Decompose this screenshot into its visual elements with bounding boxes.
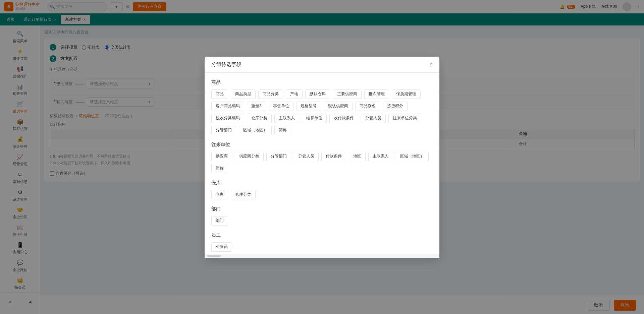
field-tag-tags-product-18[interactable]: 结算单位 [302,114,327,123]
modal-close-btn[interactable]: × [429,61,433,67]
field-tag-tags-product-22[interactable]: 分管部门 [211,126,236,135]
field-tag-tags-product-0[interactable]: 商品 [211,89,228,99]
field-tag-tags-product-17[interactable]: 主联系人 [274,114,299,123]
field-tag-tags-partner-4[interactable]: 付款条件 [321,152,346,161]
field-group-department: 部门 部门 [211,206,433,226]
field-tag-tags-product-6[interactable]: 批次管理 [364,89,389,99]
field-group-employee-title: 员工 [211,232,433,238]
field-tag-tags-product-24[interactable]: 简称 [274,126,291,135]
field-group-department-title: 部门 [211,206,433,212]
field-group-product-title: 商品 [211,79,433,85]
hscroll-thumb [207,255,221,257]
field-tag-tags-product-20[interactable]: 分管人员 [361,114,386,123]
field-tag-tags-partner-8[interactable]: 简称 [211,164,228,173]
field-tag-tags-employee-0[interactable]: 业务员 [211,242,232,252]
field-group-warehouse-title: 仓库 [211,180,433,186]
modal-horizontal-scrollbar[interactable] [205,254,439,258]
field-group-partner: 往来单位 供应商供应商分类分管部门分管人员付款条件地区主联系人区域（地区）简称 [211,142,433,173]
modal-header: 分组待选字段 × [205,57,439,73]
field-tag-tags-product-19[interactable]: 收付款条件 [329,114,358,123]
field-tags-warehouse: 仓库仓库分类 [211,190,433,199]
modal-overlay: 分组待选字段 × 商品 商品商品类型商品分类产地默认仓库主要供应商批次管理保质期… [0,0,644,314]
field-tag-tags-product-15[interactable]: 税收分类编码 [211,114,244,123]
field-tag-tags-partner-5[interactable]: 地区 [349,152,366,161]
field-tag-tags-partner-2[interactable]: 分管部门 [266,152,291,161]
modal-title: 分组待选字段 [211,61,241,68]
field-tag-tags-product-21[interactable]: 往来单位分类 [388,114,421,123]
field-tag-tags-product-2[interactable]: 商品分类 [258,89,283,99]
field-tag-tags-product-5[interactable]: 主要供应商 [333,89,362,99]
field-tag-tags-product-4[interactable]: 默认仓库 [305,89,330,99]
field-tag-tags-partner-3[interactable]: 分管人员 [294,152,319,161]
field-tags-product: 商品商品类型商品分类产地默认仓库主要供应商批次管理保质期管理客户商品编码重量3零… [211,89,433,135]
field-tag-tags-product-1[interactable]: 商品类型 [231,89,256,99]
field-tag-tags-product-3[interactable]: 产地 [286,89,303,99]
field-tag-tags-product-8[interactable]: 客户商品编码 [211,102,244,111]
field-tag-tags-product-16[interactable]: 仓库分类 [247,114,272,123]
field-group-employee: 员工 业务员 [211,232,433,252]
field-tag-tags-product-12[interactable]: 默认供应商 [324,102,353,111]
field-tag-tags-product-10[interactable]: 零售单位 [269,102,293,111]
modal-dialog: 分组待选字段 × 商品 商品商品类型商品分类产地默认仓库主要供应商批次管理保质期… [205,57,439,258]
field-tag-tags-partner-6[interactable]: 主联系人 [368,152,393,161]
field-tag-tags-product-11[interactable]: 规格型号 [296,102,321,111]
field-tag-tags-product-7[interactable]: 保质期管理 [392,89,421,99]
field-group-partner-title: 往来单位 [211,142,433,148]
field-tags-employee: 业务员 [211,242,433,252]
field-tags-department: 部门 [211,216,433,226]
field-tag-tags-department-0[interactable]: 部门 [211,216,228,226]
field-tags-partner: 供应商供应商分类分管部门分管人员付款条件地区主联系人区域（地区）简称 [211,152,433,173]
modal-body[interactable]: 商品 商品商品类型商品分类产地默认仓库主要供应商批次管理保质期管理客户商品编码重… [205,73,439,254]
field-tag-tags-partner-0[interactable]: 供应商 [211,152,232,161]
field-tag-tags-product-14[interactable]: 拣货积分 [383,102,408,111]
field-tag-tags-partner-1[interactable]: 供应商分类 [235,152,264,161]
field-group-product: 商品 商品商品类型商品分类产地默认仓库主要供应商批次管理保质期管理客户商品编码重… [211,79,433,135]
field-tag-tags-product-9[interactable]: 重量3 [247,102,266,111]
field-tag-tags-partner-7[interactable]: 区域（地区） [396,152,429,161]
field-tag-tags-product-13[interactable]: 商品别名 [355,102,380,111]
field-tag-tags-warehouse-1[interactable]: 仓库分类 [231,190,256,199]
field-tag-tags-warehouse-0[interactable]: 仓库 [211,190,228,199]
field-group-warehouse: 仓库 仓库仓库分类 [211,180,433,199]
field-tag-tags-product-23[interactable]: 区域（地区） [239,126,272,135]
